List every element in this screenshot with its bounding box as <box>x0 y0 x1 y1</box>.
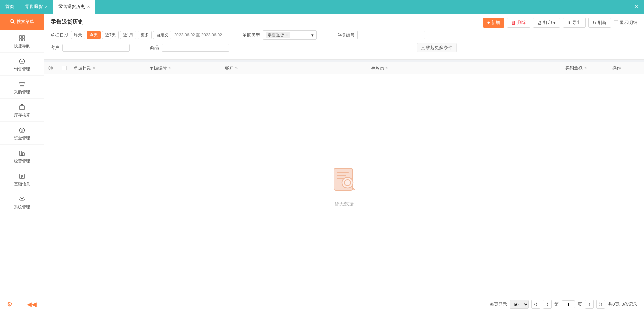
date-btn-today[interactable]: 今天 <box>87 31 101 39</box>
page-title: 零售退货历史 <box>51 19 83 26</box>
total-text: 共0页, 0条记录 <box>608 301 637 307</box>
show-detail-label: 显示明细 <box>620 20 637 26</box>
filter-row-1: 单据日期 昨天 今天 近7天 近1月 更多 自定义 2023-06-02 至 2… <box>51 30 637 40</box>
filter-doctype-item: 单据类型 零售退货 ✕ ▾ <box>242 30 317 40</box>
th-guide-sort: ⇅ <box>385 66 388 70</box>
tab-home-label: 首页 <box>5 4 14 10</box>
filter-date-buttons: 昨天 今天 近7天 近1月 更多 自定义 <box>71 31 171 39</box>
filter-doctype-select[interactable]: 零售退货 ✕ ▾ <box>263 30 317 40</box>
svg-rect-22 <box>337 175 346 176</box>
current-page-input[interactable] <box>562 300 575 308</box>
filter-docnumber-item: 单据编号 <box>337 31 425 39</box>
svg-point-7 <box>20 86 21 87</box>
th-number-label: 单据编号 <box>149 65 167 71</box>
filter-customer-select[interactable]: ... <box>62 44 130 52</box>
th-settings[interactable] <box>44 65 57 71</box>
tab-home[interactable]: 首页 <box>0 0 20 14</box>
prev-page-button[interactable]: ⟨ <box>543 300 552 309</box>
sidebar-item-basic-info[interactable]: 基础信息 <box>0 168 44 191</box>
tab-retail-return[interactable]: 零售退货 ✕ <box>20 0 53 14</box>
new-button[interactable]: + 新增 <box>483 18 504 28</box>
main-layout: 搜索菜单 快捷导航 销售管理 <box>0 14 644 312</box>
print-icon: 🖨 <box>538 20 542 25</box>
search-icon <box>10 19 15 25</box>
filter-doctype-tag-close[interactable]: ✕ <box>285 33 288 37</box>
filter-docnumber-input[interactable] <box>357 31 425 39</box>
show-detail-checkbox[interactable] <box>614 20 618 25</box>
tab-retail-return-history[interactable]: 零售退货历史 ✕ <box>53 0 95 14</box>
svg-rect-9 <box>20 106 24 110</box>
window-close-button[interactable]: ✕ <box>634 3 644 10</box>
collapse-button[interactable]: △ 收起更多条件 <box>417 43 457 52</box>
svg-point-8 <box>22 86 23 87</box>
th-ops: 操作 <box>590 65 644 71</box>
date-btn-7days[interactable]: 近7天 <box>102 31 119 39</box>
date-btn-custom[interactable]: 自定义 <box>153 31 171 39</box>
delete-button-label: 删除 <box>517 20 526 26</box>
sidebar-item-quick-nav[interactable]: 快捷导航 <box>0 30 44 53</box>
sidebar-item-inventory[interactable]: 库存核算 <box>0 99 44 122</box>
page-header: 零售退货历史 + 新增 🗑 删除 🖨 打印 ▾ ⬆ <box>44 14 644 60</box>
table-header: 单据日期 ⇅ 单据编号 ⇅ 客户 ⇅ 导购员 ⇅ 实销金额 ⇅ <box>44 62 644 74</box>
empty-state: 暂无数据 <box>44 74 644 296</box>
th-guide[interactable]: 导购员 ⇅ <box>368 65 514 71</box>
filter-docnumber-label: 单据编号 <box>337 32 355 38</box>
sidebar-item-finance[interactable]: 资金管理 <box>0 122 44 145</box>
print-button[interactable]: 🖨 打印 ▾ <box>533 18 560 28</box>
sidebar-item-basic-info-label: 基础信息 <box>14 181 30 187</box>
basic-info-icon <box>18 173 26 180</box>
empty-text: 暂无数据 <box>335 201 354 207</box>
tab-retail-return-history-close[interactable]: ✕ <box>87 5 90 9</box>
new-button-label: + 新增 <box>487 20 500 26</box>
filter-goods-select[interactable]: ... <box>162 44 229 52</box>
select-all-checkbox[interactable] <box>62 66 67 70</box>
tab-retail-return-history-label: 零售退货历史 <box>58 4 85 10</box>
sidebar-item-operations[interactable]: 经营管理 <box>0 145 44 168</box>
sales-icon <box>18 58 26 65</box>
sidebar-item-purchase[interactable]: 采购管理 <box>0 76 44 99</box>
filter-goods-item: 商品 ... <box>150 44 229 52</box>
svg-rect-2 <box>19 36 22 38</box>
filter-doctype-tag: 零售退货 ✕ <box>266 32 290 38</box>
export-icon: ⬆ <box>567 20 571 25</box>
svg-line-1 <box>13 22 14 23</box>
th-checkbox[interactable] <box>57 66 71 70</box>
date-btn-yesterday[interactable]: 昨天 <box>71 31 85 39</box>
volume-bottom-icon[interactable]: ◀◀ <box>27 300 37 308</box>
th-customer[interactable]: 客户 ⇅ <box>222 65 368 71</box>
svg-rect-21 <box>337 172 349 173</box>
system-icon <box>18 196 26 203</box>
purchase-icon <box>18 81 26 88</box>
first-page-button[interactable]: ⟨⟨ <box>531 300 540 309</box>
pagination: 每页显示 50 10 20 100 ⟨⟨ ⟨ 第 页 ⟩ ⟩⟩ 共0页, 0条记… <box>44 296 644 312</box>
search-menu-button[interactable]: 搜索菜单 <box>0 14 44 30</box>
th-amount-label: 实销金额 <box>565 65 583 71</box>
tab-retail-return-close[interactable]: ✕ <box>45 5 48 9</box>
date-btn-1month[interactable]: 近1月 <box>120 31 137 39</box>
sidebar-item-sales[interactable]: 销售管理 <box>0 53 44 76</box>
sidebar-item-system[interactable]: 系统管理 <box>0 191 44 214</box>
settings-bottom-icon[interactable]: ⚙ <box>7 300 13 308</box>
empty-state-icon <box>327 163 361 197</box>
th-date-sort: ⇅ <box>93 66 95 70</box>
date-btn-more[interactable]: 更多 <box>138 31 152 39</box>
filter-goods-placeholder: ... <box>165 45 168 50</box>
export-button[interactable]: ⬆ 导出 <box>563 18 586 28</box>
th-amount[interactable]: 实销金额 ⇅ <box>514 65 590 71</box>
next-page-button[interactable]: ⟩ <box>585 300 594 309</box>
delete-button[interactable]: 🗑 删除 <box>507 18 530 28</box>
th-customer-sort: ⇅ <box>235 66 238 70</box>
sidebar-item-operations-label: 经营管理 <box>14 158 30 164</box>
operations-icon <box>18 150 26 157</box>
page-unit: 页 <box>578 301 582 307</box>
print-dropdown-icon: ▾ <box>553 20 556 25</box>
filter-doctype-label: 单据类型 <box>242 32 260 38</box>
refresh-button[interactable]: ↻ 刷新 <box>588 18 611 28</box>
top-bar: 首页 零售退货 ✕ 零售退货历史 ✕ ✕ <box>0 0 644 14</box>
last-page-button[interactable]: ⟩⟩ <box>596 300 605 309</box>
refresh-button-label: 刷新 <box>598 20 606 26</box>
page-size-select[interactable]: 50 10 20 100 <box>510 300 529 309</box>
th-date[interactable]: 单据日期 ⇅ <box>71 65 147 71</box>
th-number[interactable]: 单据编号 ⇅ <box>147 65 222 71</box>
sidebar-bottom: ⚙ ◀◀ <box>0 296 44 312</box>
